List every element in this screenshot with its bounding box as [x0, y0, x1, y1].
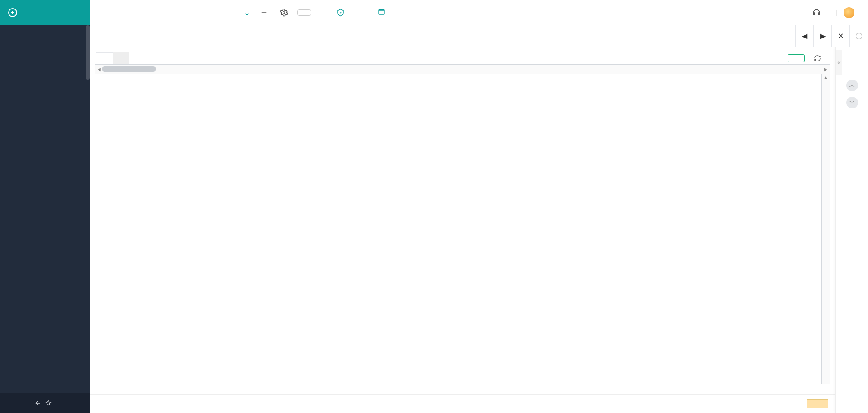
avatar[interactable] [844, 7, 854, 18]
sidebar-nav [0, 25, 90, 393]
year-rail-collapse[interactable]: « [836, 50, 842, 75]
subtab-other[interactable] [113, 52, 129, 64]
spreadsheet[interactable]: ▲ ◀ ▶ [95, 64, 830, 394]
brand-logo-icon [7, 7, 18, 18]
period-picker[interactable] [369, 8, 385, 17]
year-rail: « ︿ ﹀ [835, 47, 868, 413]
horizontal-scrollbar[interactable]: ◀ ▶ [95, 64, 830, 74]
year-prev-button[interactable]: ︿ [846, 80, 858, 91]
refresh-button[interactable] [814, 55, 824, 62]
reset-report-button[interactable] [788, 54, 805, 62]
sidebar [0, 0, 90, 413]
tabstrip: ◀ ▶ ✕ [90, 25, 868, 47]
year-next-button[interactable]: ﹀ [846, 97, 858, 108]
support-icon[interactable] [810, 6, 823, 19]
footer-note [90, 394, 835, 413]
tab-close-all[interactable]: ✕ [832, 25, 850, 47]
vertical-scrollbar[interactable]: ▲ [821, 73, 830, 384]
unpin-button[interactable] [0, 393, 90, 413]
calendar-icon [378, 8, 385, 17]
verified-badge [336, 9, 347, 17]
example-swatch [807, 399, 828, 408]
company-dropdown[interactable]: ⌄ [97, 8, 250, 18]
tab-fullscreen[interactable] [850, 25, 868, 47]
brand [0, 0, 90, 25]
settings-icon[interactable] [278, 6, 290, 19]
svg-point-1 [283, 11, 285, 14]
svg-rect-2 [379, 9, 384, 14]
switch-old-version-button[interactable] [297, 9, 311, 16]
add-button[interactable] [258, 6, 270, 19]
topbar: ⌄ | [90, 0, 868, 25]
sidebar-scrollbar[interactable] [86, 25, 90, 80]
tab-scroll-left[interactable]: ◀ [796, 25, 814, 47]
chevron-down-icon: ⌄ [244, 8, 250, 18]
tab-scroll-right[interactable]: ▶ [814, 25, 832, 47]
subtab-basic[interactable] [96, 52, 113, 64]
